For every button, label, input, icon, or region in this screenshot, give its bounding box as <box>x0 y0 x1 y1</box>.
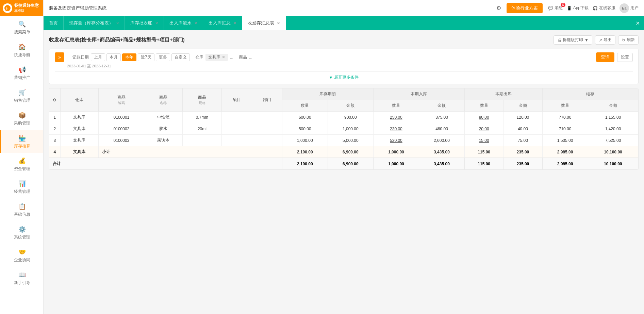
tab-in-out-flow[interactable]: 出入库流水 ✕ <box>164 16 203 30</box>
gear-settings-icon[interactable]: ⚙ <box>496 5 501 11</box>
row1-dept <box>252 112 282 123</box>
sidebar-label-marketing: 营销推广 <box>14 75 30 81</box>
th-closing-amt: 金额 <box>588 100 638 112</box>
app-download-item[interactable]: 📱 App下载 <box>567 5 589 11</box>
filter-bar: » 记账日期 上月 本月 本年 近7天 更多 自定义 仓库 文具库 <box>49 49 639 84</box>
row1-out-amt: 120.00 <box>503 112 542 123</box>
sidebar-item-guide[interactable]: 📖 新手引导 <box>0 267 43 290</box>
app-name: 畅捷通好生意 <box>14 3 39 9</box>
sidebar-item-inventory[interactable]: 🏪 库存核算 <box>0 130 43 153</box>
trial-button[interactable]: 体验行业方案 <box>507 3 543 13</box>
th-opening-amt: 金额 <box>328 100 373 112</box>
total-opening-qty: 2,100.00 <box>282 158 328 169</box>
sidebar-item-search[interactable]: 🔍 搜索菜单 <box>0 16 43 39</box>
total-out-qty: 115.00 <box>465 158 503 169</box>
user-item[interactable]: Ea 用户 <box>620 3 639 13</box>
total-in-amt: 3,435.00 <box>419 158 464 169</box>
close-all-tabs[interactable]: ✕ <box>631 20 644 27</box>
tab-home[interactable]: 首页 <box>44 16 64 30</box>
export-button[interactable]: ↗ 导出 <box>595 35 615 45</box>
table-row: 2 文具库 0100002 胶水 20ml 500.00 1,000.00 23… <box>49 123 638 135</box>
sidebar-item-quick-nav[interactable]: 🏠 快捷导航 <box>0 39 43 62</box>
refresh-button[interactable]: ↻ 刷新 <box>618 35 639 45</box>
row1-closing-amt: 1,155.00 <box>588 112 638 123</box>
th-dept: 部门 <box>252 88 282 112</box>
date-btn-custom[interactable]: 自定义 <box>171 53 190 61</box>
row1-in-qty[interactable]: 250.00 <box>373 112 419 123</box>
row3-spec <box>183 135 221 146</box>
warehouse-tag-remove[interactable]: ✕ <box>222 55 225 60</box>
row3-name: 采访本 <box>144 135 183 146</box>
tab-receive-send[interactable]: 收发存汇总表 ✕ <box>242 16 286 30</box>
row2-code: 0100002 <box>99 123 144 135</box>
row3-out-amt: 75.00 <box>503 135 542 146</box>
sidebar-item-enterprise[interactable]: 🤝 企业协同 <box>0 244 43 267</box>
settings-button[interactable]: 设置 <box>617 53 633 62</box>
date-btn-this-year[interactable]: 本年 <box>122 53 136 61</box>
close-icon[interactable]: ✕ <box>194 21 197 26</box>
row1-out-qty[interactable]: 80.00 <box>465 112 503 123</box>
th-settings[interactable]: ⚙ <box>49 88 60 112</box>
row2-out-qty[interactable]: 20.00 <box>465 123 503 135</box>
close-icon[interactable]: ✕ <box>277 21 280 26</box>
product-filter-label: 商品 <box>239 54 247 60</box>
date-btn-this-month[interactable]: 本月 <box>106 53 121 61</box>
th-warehouse: 仓库 <box>60 88 99 112</box>
home-icon: 🏠 <box>18 43 26 51</box>
row2-no: 2 <box>49 123 60 135</box>
clipboard-icon: 📋 <box>18 203 26 210</box>
sidebar-item-marketing[interactable]: 📢 营销推广 <box>0 62 43 85</box>
user-label: 用户 <box>630 5 639 11</box>
row2-project <box>221 123 252 135</box>
row1-project <box>221 112 252 123</box>
query-button[interactable]: 查询 <box>596 52 614 62</box>
th-product-spec: 商品规格 <box>183 88 221 112</box>
row3-in-qty[interactable]: 520.00 <box>373 135 419 146</box>
page-header-actions: 🖨 拆链版打印 ▼ ↗ 导出 ↻ 刷新 <box>554 35 639 45</box>
sidebar-item-system[interactable]: ⚙️ 系统管理 <box>0 221 43 244</box>
tab-in-out-summary-label: 出入库汇总 <box>209 20 231 26</box>
nav-tabs: 首页 现存量（库存分布表） ✕ 库存批次账 ✕ 出入库流水 ✕ 出入库汇总 ✕ … <box>44 16 644 30</box>
sidebar-label-finance: 资金管理 <box>14 166 30 172</box>
product-more[interactable]: ... <box>249 55 252 60</box>
expand-filters-btn[interactable]: ▼ 展开更多条件 <box>55 71 633 80</box>
close-icon[interactable]: ✕ <box>155 21 158 26</box>
total-in-qty: 1,000.00 <box>373 158 419 169</box>
tab-in-out-summary[interactable]: 出入库汇总 ✕ <box>203 16 242 30</box>
print-button[interactable]: 🖨 拆链版打印 ▼ <box>554 35 592 45</box>
th-in-qty: 数量 <box>373 100 419 112</box>
tab-batch-ledger[interactable]: 库存批次账 ✕ <box>125 16 164 30</box>
msg-badge: 6 <box>561 3 565 7</box>
topbar: 装备及固定资产辅助管理系统 ⚙ 体验行业方案 💬 消息 6 📱 App下载 🎧 … <box>44 0 644 16</box>
row1-opening-amt: 900.00 <box>328 112 373 123</box>
date-buttons: 上月 本月 本年 近7天 更多 自定义 <box>91 53 190 61</box>
row3-dept <box>252 135 282 146</box>
sidebar-item-sales[interactable]: 🛒 销售管理 <box>0 85 43 108</box>
row2-in-qty[interactable]: 230.00 <box>373 123 419 135</box>
tab-inventory-dist[interactable]: 现存量（库存分布表） ✕ <box>64 16 125 30</box>
sidebar-item-operations[interactable]: 📊 经营管理 <box>0 176 43 199</box>
subtotal-opening-qty: 2,100.00 <box>282 146 328 158</box>
sidebar-item-finance[interactable]: 💰 资金管理 <box>0 153 43 176</box>
row2-dept <box>252 123 282 135</box>
subtotal-out-qty[interactable]: 115.00 <box>465 146 503 158</box>
close-icon[interactable]: ✕ <box>116 21 119 26</box>
date-btn-more[interactable]: 更多 <box>156 53 170 61</box>
warehouse-more[interactable]: ... <box>230 55 233 60</box>
filter-collapse-btn[interactable]: » <box>55 52 64 62</box>
subtotal-in-qty[interactable]: 1,000.00 <box>373 146 419 158</box>
warehouse-tag: 文具库 ✕ <box>205 54 228 61</box>
close-icon[interactable]: ✕ <box>233 21 236 26</box>
date-btn-last-month[interactable]: 上月 <box>91 53 105 61</box>
book-icon: 📖 <box>18 271 26 279</box>
message-icon-item[interactable]: 💬 消息 6 <box>548 5 563 11</box>
page-title: 收发存汇总表(按仓库+商品编码+商品+规格型号+项目+部门) <box>49 37 185 43</box>
sidebar-item-purchase[interactable]: 📦 采购管理 <box>0 108 43 130</box>
sidebar-label-system: 系统管理 <box>14 234 30 240</box>
sidebar-item-basic[interactable]: 📋 基础信息 <box>0 199 43 221</box>
date-btn-7days[interactable]: 近7天 <box>138 53 154 61</box>
expand-label: 展开更多条件 <box>334 75 359 80</box>
online-service-item[interactable]: 🎧 在线客服 <box>593 5 615 11</box>
avatar: Ea <box>620 3 629 13</box>
row3-out-qty[interactable]: 15.00 <box>465 135 503 146</box>
